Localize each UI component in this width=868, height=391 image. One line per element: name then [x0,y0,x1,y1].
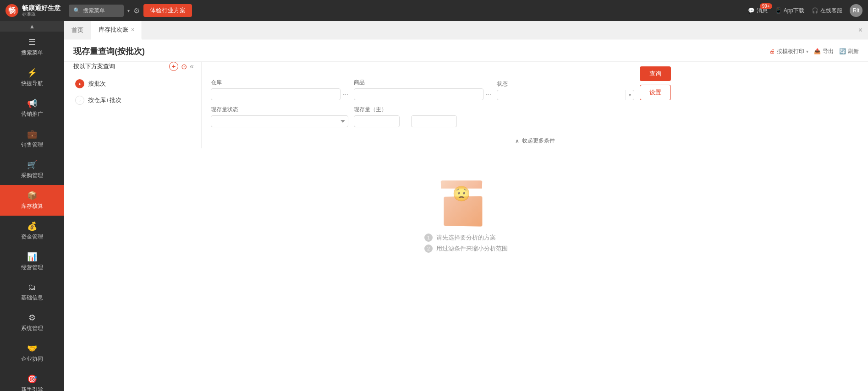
inventory-status-label: 现存量状态 [211,106,348,114]
inventory-qty-range: — [354,115,491,127]
user-avatar[interactable]: Rit [850,4,863,17]
search-menu[interactable]: 🔍 搜索菜单 [69,5,124,17]
batch-option-icon: ● [75,79,84,88]
print-icon: 🖨 [769,48,775,54]
content-area: 首页 库存批次账 × × 现存量查询(按批次) 🖨 按模板打印 ▾ [64,21,868,391]
search-label: 搜索菜单 [21,49,43,57]
product-more-btn[interactable]: ··· [485,90,491,98]
print-btn[interactable]: 🖨 按模板打印 ▾ [769,48,808,55]
collapse-more-arrow: ∧ [515,138,519,144]
sidebar-item-enterprise[interactable]: 🤝 企业协同 [0,338,64,369]
settings-btn[interactable]: 设置 [640,85,671,100]
sidebar-item-finance[interactable]: 💰 资金管理 [0,216,64,246]
newguide-label: 新手引导 [21,386,43,391]
filter-settings-icon[interactable]: ⊙ [181,62,187,71]
tab-home[interactable]: 首页 [64,21,91,39]
sidebar-item-quicknav[interactable]: ⚡ 快捷导航 [0,62,64,93]
tab-close-right[interactable]: × [853,26,868,34]
action-buttons-col: 查询 设置 [640,66,671,100]
operations-label: 经营管理 [21,264,43,272]
page-title: 现存量查询(按批次) [73,46,145,57]
sidebar-item-sales[interactable]: 💼 销售管理 [0,124,64,154]
search-icon: ☰ [28,37,36,47]
sidebar-item-basic[interactable]: 🗂 基础信息 [0,277,64,307]
app-download-btn[interactable]: 📱 App下载 [775,7,804,15]
online-service-btn[interactable]: 🎧 在线客服 [812,7,842,15]
filter-option-warehouse-batch[interactable]: ○ 按仓库+批次 [73,92,194,109]
tab-batch-account[interactable]: 库存批次账 × [91,21,142,39]
warehouse-field: 仓库 ··· [211,79,348,100]
tip-text-1: 请先选择要分析的方案 [436,234,496,242]
inventory-qty-field: 现存量（主） — [354,106,491,127]
query-btn[interactable]: 查询 [640,66,671,81]
filter-collapse-icon[interactable]: « [190,62,194,71]
page-header-actions: 🖨 按模板打印 ▾ 📤 导出 🔄 刷新 [769,48,859,55]
experience-btn[interactable]: 体验行业方案 [143,4,192,17]
avatar: Rit [850,4,863,17]
product-label: 商品 [354,79,491,87]
enterprise-label: 企业协同 [21,355,43,363]
filter-option-by-batch[interactable]: ● 按批次 [73,76,194,92]
refresh-btn[interactable]: 🔄 刷新 [839,48,859,55]
inventory-label: 库存核算 [21,202,43,210]
status-label: 状态 [497,80,634,88]
app-logo: 畅 [5,4,18,17]
finance-icon: 💰 [27,221,37,231]
page-content: 现存量查询(按批次) 🖨 按模板打印 ▾ 📤 导出 🔄 刷新 [64,39,868,391]
warehouse-input[interactable] [211,88,341,100]
filter-section: 按以下方案查询 + ⊙ « ● 按批次 [64,62,868,148]
marketing-label: 营销推广 [21,110,43,118]
inventory-status-select[interactable]: 全部 有库存 无库存 [211,115,348,127]
marketing-icon: 📢 [27,98,37,109]
sidebar-item-newguide[interactable]: 🎯 新手引导 [0,369,64,391]
product-input[interactable] [354,88,483,100]
tab-close-icon[interactable]: × [131,27,134,33]
empty-illustration: 😟 [439,176,494,226]
sidebar-item-purchase[interactable]: 🛒 采购管理 [0,154,64,185]
page-header: 现存量查询(按批次) 🖨 按模板打印 ▾ 📤 导出 🔄 刷新 [64,39,868,62]
sidebar-item-operations[interactable]: 📊 经营管理 [0,246,64,277]
warehouse-batch-label: 按仓库+批次 [88,96,121,104]
top-bar: 畅 畅康通好生意 标准版 🔍 搜索菜单 ▾ ⚙ 体验行业方案 💬 消息 99+ … [0,0,868,21]
quicknav-label: 快捷导航 [21,80,43,87]
tip-num-1: 1 [424,234,433,242]
range-dash: — [402,118,408,125]
operations-icon: 📊 [27,252,37,262]
sidebar-item-marketing[interactable]: 📢 营销推广 [0,93,64,124]
sidebar-scroll-up[interactable]: ▲ [0,21,64,32]
purchase-icon: 🛒 [27,160,37,170]
inventory-qty-min[interactable] [354,115,400,127]
filter-left-panel: 按以下方案查询 + ⊙ « ● 按批次 [73,62,202,148]
print-dropdown-arrow[interactable]: ▾ [806,49,808,54]
status-dropdown[interactable]: ▾ [497,90,634,100]
sidebar-item-inventory[interactable]: 📦 库存核算 [0,185,64,216]
message-btn[interactable]: 💬 消息 99+ [748,7,768,15]
sidebar-item-system[interactable]: ⚙ 系统管理 [0,307,64,338]
warehouse-more-btn[interactable]: ··· [342,90,348,98]
refresh-icon: 🔄 [839,48,846,54]
collapse-more-label: 收起更多条件 [522,137,555,145]
inventory-qty-label: 现存量（主） [354,106,491,114]
search-dropdown-arrow[interactable]: ▾ [127,8,130,13]
tab-bar: 首页 库存批次账 × × [64,21,868,39]
system-label: 系统管理 [21,325,43,332]
filter-left-actions: + ⊙ « [169,62,194,71]
product-field: 商品 ··· [354,79,491,100]
warehouse-batch-radio: ○ [75,96,84,105]
collapse-more-btn[interactable]: ∧ 收起更多条件 [211,133,859,148]
export-icon: 📤 [814,48,821,54]
add-filter-btn[interactable]: + [169,62,178,71]
app-title: 畅康通好生意 标准版 [22,4,60,17]
sidebar-item-search[interactable]: ☰ 搜索菜单 [0,32,64,62]
inventory-qty-max[interactable] [411,115,457,127]
message-badge: 99+ [760,3,772,9]
inventory-status-field: 现存量状态 全部 有库存 无库存 [211,106,348,127]
settings-icon[interactable]: ⚙ [133,6,140,15]
filter-right-panel: 仓库 ··· 商品 ··· [202,62,859,148]
basic-label: 基础信息 [21,294,43,302]
status-dropdown-text [497,93,626,98]
newguide-icon: 🎯 [27,374,37,384]
status-dropdown-arrow[interactable]: ▾ [626,90,634,100]
status-field: 状态 ▾ [497,80,634,100]
export-btn[interactable]: 📤 导出 [814,48,834,55]
